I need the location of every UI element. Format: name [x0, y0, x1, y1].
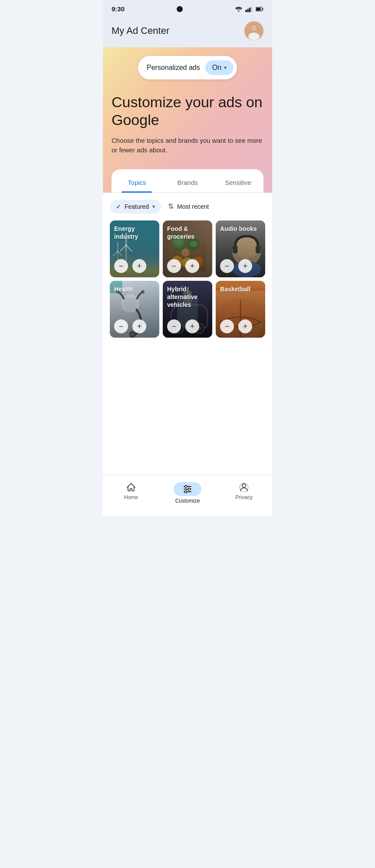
avatar-svg — [244, 21, 263, 40]
toggle-label: On — [212, 64, 221, 72]
svg-rect-2 — [249, 7, 251, 12]
svg-point-70 — [185, 490, 187, 493]
customize-icon-bg — [174, 482, 201, 496]
most-recent-sort[interactable]: ⇅ Most recent — [168, 202, 209, 210]
more-btn-energy[interactable]: + — [132, 259, 146, 273]
less-btn-audio[interactable]: − — [220, 259, 234, 273]
tab-topics[interactable]: Topics — [112, 173, 162, 192]
svg-rect-1 — [247, 9, 249, 12]
more-btn-audio[interactable]: + — [238, 259, 252, 273]
privacy-icon — [239, 482, 249, 493]
topic-label-energy: Energy industry — [114, 225, 155, 240]
svg-rect-5 — [262, 8, 263, 10]
most-recent-label: Most recent — [177, 203, 209, 210]
personalized-ads-label: Personalized ads — [147, 64, 200, 72]
status-time: 9:30 — [112, 5, 125, 13]
featured-chevron-icon: ▾ — [152, 204, 155, 210]
less-btn-hybrid[interactable]: − — [167, 319, 181, 333]
tab-brands[interactable]: Brands — [162, 173, 213, 192]
home-label: Home — [124, 494, 138, 500]
checkmark-icon: ✓ — [116, 203, 121, 210]
topic-card-food[interactable]: Food & groceries − + — [163, 220, 212, 277]
filter-bar: ✓ Featured ▾ ⇅ Most recent — [110, 200, 265, 214]
personalized-ads-bar: Personalized ads On ▾ — [138, 56, 237, 79]
chevron-down-icon: ▾ — [224, 65, 227, 71]
topic-actions-hybrid: − + — [167, 319, 199, 333]
tabs-container: Topics Brands Sensitive — [112, 169, 263, 193]
topic-card-health[interactable]: Health − + — [110, 281, 159, 338]
header: My Ad Center — [103, 16, 272, 47]
topic-actions-food: − + — [167, 259, 199, 273]
signal-icon — [245, 6, 253, 12]
less-btn-health[interactable]: − — [114, 319, 128, 333]
svg-rect-6 — [256, 7, 261, 10]
customize-label: Customize — [175, 498, 200, 504]
topic-actions-health: − + — [114, 319, 146, 333]
topic-actions-basketball: − + — [220, 319, 252, 333]
page-title: My Ad Center — [112, 25, 169, 36]
tabs-row: Topics Brands Sensitive — [112, 173, 263, 193]
svg-rect-3 — [251, 6, 253, 12]
less-btn-food[interactable]: − — [167, 259, 181, 273]
avatar-image — [244, 21, 263, 40]
hero-heading: Customize your ads on Google — [112, 93, 263, 129]
topic-label-food: Food & groceries — [167, 225, 208, 240]
less-btn-energy[interactable]: − — [114, 259, 128, 273]
bottom-nav: Home Customize Privac — [103, 475, 272, 516]
topic-card-hybrid[interactable]: Hybrid alternative vehicles − + — [163, 281, 212, 338]
nav-privacy[interactable]: Privacy — [216, 479, 272, 507]
topic-card-energy[interactable]: Energy industry − + — [110, 220, 159, 277]
topic-label-basketball: Basketball — [220, 285, 261, 293]
home-icon — [126, 482, 136, 493]
camera-dot — [177, 6, 183, 12]
status-icons — [235, 6, 263, 12]
less-btn-basketball[interactable]: − — [220, 319, 234, 333]
privacy-label: Privacy — [235, 494, 252, 500]
svg-point-11 — [248, 33, 260, 40]
avatar[interactable] — [244, 21, 263, 40]
tab-sensitive[interactable]: Sensitive — [213, 173, 263, 192]
svg-point-69 — [188, 488, 191, 490]
on-toggle-button[interactable]: On ▾ — [205, 60, 234, 75]
nav-customize[interactable]: Customize — [159, 479, 216, 507]
more-btn-food[interactable]: + — [185, 259, 199, 273]
nav-home[interactable]: Home — [103, 479, 159, 507]
sort-icon: ⇅ — [168, 202, 174, 210]
status-bar: 9:30 — [103, 0, 272, 16]
svg-point-71 — [242, 484, 246, 487]
topic-actions-energy: − + — [114, 259, 146, 273]
more-btn-basketball[interactable]: + — [238, 319, 252, 333]
wifi-icon — [235, 6, 243, 12]
featured-label: Featured — [125, 203, 149, 210]
topic-label-hybrid: Hybrid alternative vehicles — [167, 285, 208, 309]
content-area: ✓ Featured ▾ ⇅ Most recent — [103, 193, 272, 345]
more-btn-health[interactable]: + — [132, 319, 146, 333]
topic-actions-audio: − + — [220, 259, 252, 273]
customize-icon — [182, 484, 193, 494]
hero-subtext: Choose the topics and brands you want to… — [112, 136, 263, 155]
more-btn-hybrid[interactable]: + — [185, 319, 199, 333]
topic-label-audio: Audio books — [220, 225, 261, 233]
topic-card-audio[interactable]: Audio books − + — [216, 220, 265, 277]
hero-section: Personalized ads On ▾ Customize your ads… — [103, 47, 272, 193]
battery-icon — [256, 6, 263, 12]
topic-card-basketball[interactable]: Basketball − + — [216, 281, 265, 338]
topic-grid: Energy industry − + — [110, 220, 265, 338]
svg-rect-0 — [245, 10, 247, 12]
spacer — [103, 345, 272, 475]
svg-point-68 — [185, 485, 187, 487]
featured-filter[interactable]: ✓ Featured ▾ — [110, 200, 161, 214]
svg-point-10 — [251, 25, 257, 31]
topic-label-health: Health — [114, 285, 155, 293]
